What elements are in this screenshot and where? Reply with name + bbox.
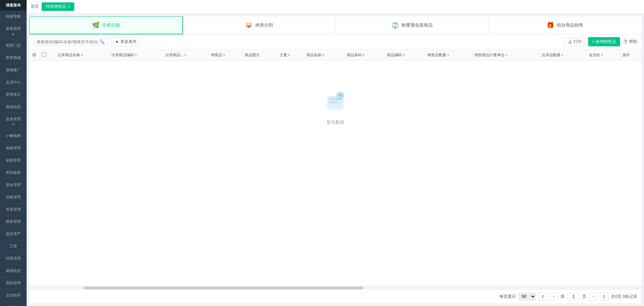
data-table: ⚙ 出库商品名称⇅ 出库商品编码⇅ 出库商品...⇅	[29, 49, 641, 153]
help-label: 帮助	[629, 39, 637, 45]
chevron-down-icon: ▼	[12, 123, 15, 126]
search-input[interactable]	[36, 40, 98, 44]
add-product-button[interactable]: + 新增销售品	[588, 37, 620, 46]
svg-point-5	[339, 94, 340, 95]
col-product-name[interactable]: 商品名称⇅	[304, 49, 344, 61]
sidebar-item-smart-store[interactable]: 智慧门店	[0, 40, 27, 52]
col-product-code-label: 商品编码	[387, 52, 402, 58]
print-icon: 🖨	[568, 40, 572, 44]
col-checkbox[interactable]	[40, 49, 56, 61]
col-sale-qty[interactable]: 销售品数量⇅	[425, 49, 472, 61]
home-link[interactable]: 首页	[31, 4, 39, 10]
sidebar-item-general-ledger[interactable]: 总账管理	[0, 191, 27, 203]
col-member-price[interactable]: 会员价⇅	[586, 49, 620, 61]
total-info: 共0页 0条记录	[611, 294, 637, 300]
col-sale-qty-label: 销售品数量	[428, 52, 446, 58]
page-body: 🌿 生鲜分级 🐷 肉类分割 ⚖️ 称重预包装商品 🎁 组合商品销售 🔍	[29, 16, 641, 303]
tab-weight-prepack[interactable]: ⚖️ 称重预包装商品	[336, 16, 489, 34]
col-out-qty[interactable]: 出库品数量⇅	[539, 49, 586, 61]
sidebar-item-label: 基础信息	[6, 268, 21, 273]
sidebar-item-mini-ecom[interactable]: 小畅电商	[0, 130, 27, 142]
sort-icon: ⇅	[447, 53, 449, 57]
col-out-product-x-label: 出库商品...	[165, 52, 183, 58]
page-size-label: 每页显示	[499, 294, 516, 300]
sidebar-item-member[interactable]: 会员中心	[0, 76, 27, 89]
sidebar-item-ops-mgmt[interactable]: 经营管理	[0, 253, 27, 265]
sidebar-item-retail-mgmt[interactable]: 零售管理 ▲	[0, 23, 27, 40]
sort-icon: ⇅	[505, 53, 508, 57]
col-out-product-code[interactable]: 出库商品编码⇅	[109, 49, 163, 61]
sidebar-item-inventory[interactable]: 库存核算	[0, 167, 27, 179]
sidebar-item-label: 小畅电商	[6, 133, 21, 138]
sidebar-item-tax-mgmt[interactable]: 税务管理	[0, 216, 27, 228]
page-number-input[interactable]	[567, 293, 580, 300]
sidebar-item-retail-stats[interactable]: 零售统计	[0, 89, 27, 101]
main-content: 首页 特殊销售品 ✕ 🌿 生鲜分级 🐷 肉类分割 ⚖️ 称重预包装商品 🎁 组合…	[27, 0, 644, 306]
sidebar-item-wages[interactable]: 工资	[0, 240, 27, 253]
sidebar-item-retail-mall[interactable]: 零售商城	[0, 52, 27, 64]
help-button[interactable]: ❓ 帮助	[623, 39, 637, 45]
sidebar-item-wholesale-mgmt[interactable]: 批发管理 ▼	[0, 113, 27, 130]
toolbar: 🔍 ▼ 更多条件 🖨 打印 + 新增销售品 ❓ 帮助	[29, 34, 641, 49]
sidebar-item-quick-nav[interactable]: 快捷导航	[0, 11, 27, 23]
search-icon: 🔍	[99, 39, 105, 44]
col-out-product-code-label: 出库商品编码	[111, 52, 134, 58]
sidebar-item-purchase-mgmt[interactable]: 采购管理	[0, 154, 27, 167]
col-out-product-x[interactable]: 出库商品...⇅	[163, 49, 209, 61]
search-box[interactable]: 🔍	[33, 38, 108, 46]
tab-combo-sales[interactable]: 🎁 组合商品销售	[489, 16, 641, 34]
col-out-product-name[interactable]: 出库商品名称⇅	[56, 49, 109, 61]
sidebar: 搜索菜单 快捷导航 零售管理 ▲ 智慧门店 零售商城 营销推广 会员中心 零售统…	[0, 0, 27, 306]
sidebar-item-label: 批发管理	[6, 117, 21, 122]
col-sale-item[interactable]: 销售品⇅	[209, 49, 243, 61]
sidebar-item-basic-info[interactable]: 基础信息	[0, 101, 27, 113]
sidebar-item-sys-mgmt[interactable]: 系统管理	[0, 277, 27, 289]
col-product-barcode[interactable]: 商品条码⇅	[345, 49, 385, 61]
page-size-select[interactable]: 10 20 50 100	[519, 293, 536, 300]
sidebar-item-label: 零售管理	[6, 26, 21, 31]
filter-button[interactable]: ▼ 更多条件	[111, 37, 140, 46]
close-tab-icon[interactable]: ✕	[68, 5, 70, 9]
active-tab[interactable]: 特殊销售品 ✕	[42, 2, 74, 11]
horizontal-scrollbar[interactable]	[29, 286, 641, 289]
sidebar-item-new-guide[interactable]: 新手引导	[0, 302, 27, 306]
meat-cut-icon: 🐷	[245, 21, 253, 29]
tab-fresh-grade-label: 生鲜分级	[102, 22, 120, 28]
sort-icon: ⇅	[362, 53, 365, 57]
sidebar-item-finance[interactable]: 资金管理	[0, 179, 27, 191]
sidebar-item-label: 经营管理	[6, 256, 21, 261]
sidebar-item-fixed-assets[interactable]: 固定资产	[0, 228, 27, 240]
next-page-button[interactable]: ›	[589, 292, 597, 301]
scrollbar-thumb[interactable]	[84, 287, 363, 289]
sidebar-item-enterprise[interactable]: 企业协同	[0, 289, 27, 302]
tab-label: 特殊销售品	[46, 4, 66, 10]
tab-meat-cut[interactable]: 🐷 肉类分割	[183, 16, 336, 34]
tab-fresh-grade[interactable]: 🌿 生鲜分级	[29, 16, 183, 34]
sidebar-item-ecom-mgmt[interactable]: 电商管理	[0, 142, 27, 154]
col-sale-unit[interactable]: 销售商品计量单位⇅	[472, 49, 539, 61]
last-page-button[interactable]: ⟫	[600, 292, 608, 301]
topbar: 首页 特殊销售品 ✕	[27, 0, 644, 14]
col-main-weight[interactable]: 主量⇅	[278, 49, 304, 61]
prev-page-button[interactable]: ‹	[550, 292, 558, 301]
sidebar-item-invoice-mgmt[interactable]: 发票管理	[0, 203, 27, 216]
toolbar-right: 🖨 打印 + 新增销售品 ❓ 帮助	[564, 37, 637, 46]
sidebar-item-label: 智慧门店	[6, 43, 21, 48]
sidebar-item-basic-info2[interactable]: 基础信息	[0, 265, 27, 277]
gear-icon[interactable]: ⚙	[32, 52, 36, 58]
sidebar-item-label: 零售商城	[6, 55, 21, 60]
col-settings[interactable]: ⚙	[29, 49, 40, 61]
tab-weight-prepack-label: 称重预包装商品	[402, 22, 433, 28]
sidebar-item-label: 工资	[10, 244, 17, 249]
sidebar-item-promo[interactable]: 营销推广	[0, 64, 27, 76]
first-page-button[interactable]: ⟪	[539, 292, 547, 301]
print-button[interactable]: 🖨 打印	[564, 37, 585, 46]
sidebar-logo[interactable]: 搜索菜单	[0, 0, 27, 11]
sidebar-item-label: 营销推广	[6, 67, 21, 73]
sidebar-item-label: 企业协同	[6, 293, 21, 298]
sidebar-item-label: 电商管理	[6, 146, 21, 151]
sidebar-item-label: 会员中心	[6, 80, 21, 85]
col-product-code[interactable]: 商品编码⇅	[385, 49, 425, 61]
select-all-checkbox[interactable]	[42, 52, 46, 57]
filter-icon: ▼	[115, 40, 119, 44]
